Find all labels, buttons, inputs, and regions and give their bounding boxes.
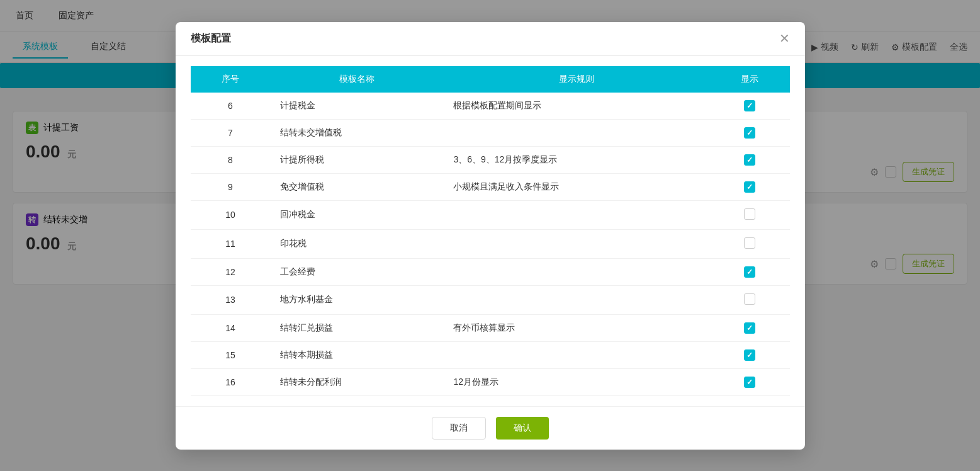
cell-name: 印花税 [270,229,443,258]
cell-rule [443,285,709,314]
checkbox-8[interactable] [744,154,755,166]
cell-index: 13 [191,285,271,314]
cell-index: 11 [191,229,271,258]
table-row: 16结转未分配利润12月份显示 [191,368,790,395]
cell-display [710,229,790,258]
cell-index: 12 [191,258,271,285]
cell-name: 工会经费 [270,258,443,285]
cell-name: 地方水利基金 [270,285,443,314]
cell-rule [443,258,709,285]
cell-name: 结转汇兑损益 [270,314,443,341]
dialog-header: 模板配置 ✕ [176,22,805,56]
cell-rule: 12月份显示 [443,368,709,395]
cell-display [710,368,790,395]
table-row: 14结转汇兑损益有外币核算显示 [191,314,790,341]
cell-rule [443,119,709,146]
cell-index: 6 [191,93,271,120]
table-row: 8计提所得税3、6、9、12月按季度显示 [191,146,790,173]
cell-display [710,146,790,173]
checkbox-15[interactable] [744,349,755,361]
cell-name: 免交增值税 [270,173,443,200]
checkbox-9[interactable] [744,181,755,193]
cell-display [710,119,790,146]
table-row: 12工会经费 [191,258,790,285]
table-row: 11印花税 [191,229,790,258]
dialog-title: 模板配置 [191,32,231,45]
cell-index: 10 [191,200,271,229]
cell-name: 结转本期损益 [270,341,443,368]
cell-name: 回冲税金 [270,200,443,229]
table-row: 15结转本期损益 [191,341,790,368]
cancel-button[interactable]: 取消 [432,417,486,440]
table-head-row: 序号 模板名称 显示规则 显示 [191,66,790,93]
cell-rule: 有外币核算显示 [443,314,709,341]
checkbox-16[interactable] [744,377,755,388]
cell-display [710,173,790,200]
cell-index: 15 [191,341,271,368]
dialog-close-button[interactable]: ✕ [779,32,790,45]
cell-display [710,258,790,285]
cell-index: 8 [191,146,271,173]
checkbox-13[interactable] [744,293,755,305]
confirm-button[interactable]: 确认 [496,417,549,440]
table-row: 9免交增值税小规模且满足收入条件显示 [191,173,790,200]
checkbox-11[interactable] [744,237,755,249]
table-row: 13地方水利基金 [191,285,790,314]
dialog-body: 序号 模板名称 显示规则 显示 6计提税金根据模板配置期间显示7结转未交增值税8… [176,56,805,406]
col-index: 序号 [191,66,271,93]
cell-index: 16 [191,368,271,395]
cell-display [710,93,790,120]
table-row: 6计提税金根据模板配置期间显示 [191,93,790,120]
cell-display [710,200,790,229]
table-head: 序号 模板名称 显示规则 显示 [191,66,790,93]
cell-name: 结转未分配利润 [270,368,443,395]
cell-rule [443,200,709,229]
cell-rule: 小规模且满足收入条件显示 [443,173,709,200]
cell-rule: 根据模板配置期间显示 [443,93,709,120]
cell-name: 结转未交增值税 [270,119,443,146]
cell-name: 计提所得税 [270,146,443,173]
table-row: 10回冲税金 [191,200,790,229]
col-name: 模板名称 [270,66,443,93]
table-body: 6计提税金根据模板配置期间显示7结转未交增值税8计提所得税3、6、9、12月按季… [191,93,790,396]
checkbox-7[interactable] [744,127,755,139]
cell-rule [443,229,709,258]
col-display: 显示 [710,66,790,93]
cell-index: 9 [191,173,271,200]
cell-rule: 3、6、9、12月按季度显示 [443,146,709,173]
checkbox-12[interactable] [744,266,755,278]
cell-display [710,314,790,341]
cell-name: 计提税金 [270,93,443,120]
cell-display [710,341,790,368]
checkbox-6[interactable] [744,100,755,111]
dialog-footer: 取消 确认 [176,406,805,450]
table-row: 7结转未交增值税 [191,119,790,146]
checkbox-10[interactable] [744,208,755,220]
cell-index: 14 [191,314,271,341]
cell-index: 7 [191,119,271,146]
checkbox-14[interactable] [744,322,755,334]
config-table: 序号 模板名称 显示规则 显示 6计提税金根据模板配置期间显示7结转未交增值税8… [191,66,790,396]
cell-rule [443,341,709,368]
template-config-dialog: 模板配置 ✕ 序号 模板名称 显示规则 显示 6计提税金根据模板配置期间显示7结… [176,22,805,450]
col-rule: 显示规则 [443,66,709,93]
dialog-overlay: 模板配置 ✕ 序号 模板名称 显示规则 显示 6计提税金根据模板配置期间显示7结… [0,0,980,471]
cell-display [710,285,790,314]
